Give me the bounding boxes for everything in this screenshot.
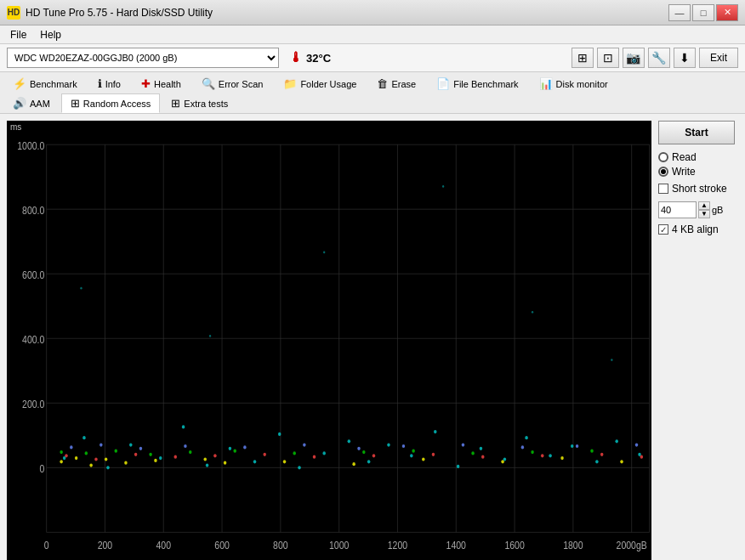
svg-text:1000: 1000 — [329, 539, 350, 551]
chart-svg: 1000.0 800.0 600.0 400.0 200.0 0 0 200 4… — [7, 121, 651, 560]
align-checkbox: ✓ — [658, 224, 668, 235]
maximize-button[interactable]: □ — [692, 4, 714, 21]
svg-point-78 — [184, 444, 186, 448]
svg-point-108 — [549, 454, 551, 457]
radio-write-label: Write — [672, 166, 696, 178]
svg-point-95 — [253, 460, 256, 463]
svg-point-101 — [387, 443, 390, 446]
svg-text:600: 600 — [214, 539, 230, 551]
svg-point-99 — [348, 439, 350, 443]
menu-bar: File Help — [0, 25, 745, 44]
svg-text:800.0: 800.0 — [22, 204, 45, 216]
toolbar-icon-2[interactable]: ⊡ — [597, 48, 619, 68]
toolbar-icon-4[interactable]: 🔧 — [648, 48, 670, 68]
exit-button[interactable]: Exit — [699, 48, 738, 68]
title-bar: HD HD Tune Pro 5.75 - Hard Disk/SSD Util… — [0, 0, 745, 25]
short-stroke-label: Short stroke — [672, 183, 727, 195]
minimize-button[interactable]: — — [668, 4, 691, 21]
svg-point-63 — [60, 450, 62, 454]
title-bar-text: HD Tune Pro 5.75 - Hard Disk/SSD Utility — [26, 7, 668, 19]
svg-point-86 — [635, 443, 638, 446]
svg-point-88 — [82, 436, 85, 439]
svg-point-83 — [462, 443, 464, 446]
svg-point-46 — [422, 457, 424, 461]
svg-point-75 — [70, 445, 72, 449]
svg-point-115 — [323, 251, 325, 253]
svg-text:200.0: 200.0 — [22, 398, 45, 410]
tab-health[interactable]: ✚ Health — [132, 74, 191, 93]
toolbar-icon-1[interactable]: ⊞ — [572, 48, 594, 68]
svg-text:0: 0 — [44, 539, 49, 551]
erase-icon: 🗑 — [377, 77, 388, 90]
svg-point-70 — [362, 450, 365, 454]
menu-help[interactable]: Help — [33, 27, 68, 42]
tab-extra-tests[interactable]: ⊞ Extra tests — [162, 93, 237, 113]
svg-point-55 — [263, 453, 265, 456]
svg-point-68 — [233, 450, 236, 453]
svg-point-82 — [402, 444, 405, 448]
menu-file[interactable]: File — [3, 27, 33, 42]
radio-write-circle — [658, 167, 668, 177]
checkbox-align[interactable]: ✓ 4 KB align — [658, 223, 738, 235]
svg-point-84 — [521, 445, 524, 449]
tab-extra-tests-label: Extra tests — [184, 99, 228, 109]
svg-point-97 — [298, 466, 300, 469]
tab-erase[interactable]: 🗑 Erase — [367, 74, 425, 93]
svg-point-89 — [106, 466, 109, 469]
radio-read-label: Read — [672, 151, 697, 163]
error-scan-icon: 🔍 — [202, 77, 215, 90]
svg-point-98 — [322, 451, 325, 455]
toolbar: WDC WD20EZAZ-00GGJB0 (2000 gB) 🌡 32°C ⊞ … — [0, 44, 745, 72]
svg-point-91 — [159, 456, 162, 460]
tab-random-access[interactable]: ⊞ Random Access — [61, 93, 160, 113]
svg-point-40 — [124, 461, 127, 465]
tab-folder-usage[interactable]: 📁 Folder Usage — [274, 74, 366, 93]
tab-benchmark[interactable]: ⚡ Benchmark — [3, 74, 87, 93]
svg-point-42 — [203, 457, 206, 461]
nav-tabs-row1: ⚡ Benchmark ℹ Info ✚ Health 🔍 Error Scan… — [3, 74, 742, 93]
svg-point-60 — [541, 454, 543, 457]
tab-disk-monitor[interactable]: 📊 Disk monitor — [530, 74, 617, 93]
drive-select[interactable]: WDC WD20EZAZ-00GGJB0 (2000 gB) — [7, 48, 279, 68]
svg-text:600.0: 600.0 — [22, 269, 45, 280]
checkbox-short-stroke[interactable]: Short stroke — [658, 183, 738, 195]
start-button[interactable]: Start — [658, 121, 735, 144]
spinbox-input[interactable] — [658, 201, 697, 218]
svg-point-52 — [134, 453, 137, 456]
svg-text:1200: 1200 — [388, 539, 408, 551]
svg-point-72 — [471, 451, 474, 455]
spinbox-down-button[interactable]: ▼ — [698, 210, 710, 218]
tab-erase-label: Erase — [391, 79, 416, 89]
spinbox-up-button[interactable]: ▲ — [698, 201, 710, 210]
svg-text:400.0: 400.0 — [22, 333, 45, 345]
extra-tests-icon: ⊞ — [171, 97, 180, 110]
svg-text:1600: 1600 — [504, 539, 525, 551]
toolbar-icon-5[interactable]: ⬇ — [674, 48, 696, 68]
svg-point-87 — [63, 456, 65, 460]
benchmark-icon: ⚡ — [13, 77, 26, 90]
radio-read-circle — [658, 152, 668, 162]
tab-file-benchmark[interactable]: 📄 File Benchmark — [427, 74, 527, 93]
tab-file-benchmark-label: File Benchmark — [453, 79, 518, 89]
toolbar-icon-3[interactable]: 📷 — [623, 48, 645, 68]
svg-point-92 — [182, 425, 185, 428]
tab-health-label: Health — [154, 79, 181, 89]
svg-point-49 — [620, 460, 623, 463]
radio-write[interactable]: Write — [658, 166, 738, 178]
close-button[interactable]: ✕ — [716, 4, 738, 21]
svg-text:1400: 1400 — [446, 539, 467, 551]
svg-point-113 — [80, 287, 82, 290]
tab-aam[interactable]: 🔊 AAM — [3, 93, 60, 113]
disk-monitor-icon: 📊 — [539, 77, 553, 90]
svg-point-105 — [480, 447, 482, 450]
spinbox-unit: gB — [712, 205, 723, 215]
tab-info[interactable]: ℹ Info — [88, 74, 130, 93]
svg-point-112 — [638, 453, 640, 456]
radio-read[interactable]: Read — [658, 151, 738, 163]
tab-error-scan[interactable]: 🔍 Error Scan — [192, 74, 273, 93]
svg-point-103 — [434, 430, 436, 433]
svg-point-51 — [94, 457, 97, 461]
svg-point-118 — [611, 359, 612, 361]
svg-point-57 — [372, 454, 375, 457]
file-benchmark-icon: 📄 — [436, 77, 450, 90]
